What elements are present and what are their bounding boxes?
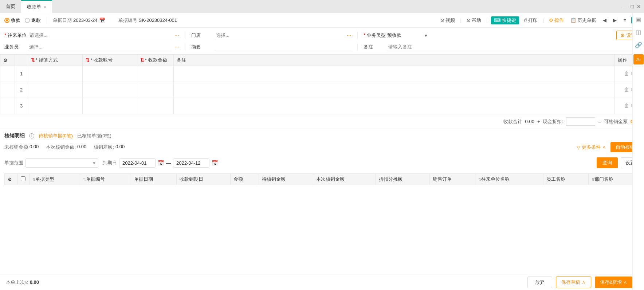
discount-label: 现金折扣:: [543, 118, 563, 125]
date-range: 📅 — 📅: [119, 158, 218, 168]
row-2-settle[interactable]: [28, 82, 83, 98]
list-view-btn[interactable]: ≡: [622, 17, 628, 24]
range-label: 单据范围: [4, 160, 23, 166]
radio-receive[interactable]: 收款: [4, 17, 20, 24]
operations-btn[interactable]: ⚙ 操作: [547, 16, 565, 24]
row-3-remark[interactable]: [174, 98, 615, 114]
data-table: ⚙ ⇅* 结算方式 ⇅* 收款账号 ⇅* 收款金额 备注 操作: [0, 54, 644, 114]
ai-label: Ai: [636, 57, 641, 62]
vt-col-staff: 员工名称: [543, 174, 589, 185]
radio-receive-dot: [4, 18, 9, 23]
right-panel-icon-1[interactable]: ▣: [636, 16, 641, 23]
row-1-settle[interactable]: [28, 66, 83, 82]
vt-select-all-checkbox[interactable]: [21, 176, 25, 181]
tab-close-icon[interactable]: ×: [44, 5, 46, 9]
prev-btn[interactable]: ◀: [601, 17, 608, 24]
query-btn[interactable]: 查询: [597, 157, 618, 168]
vt-col-pending: 待核销金额: [259, 174, 313, 185]
help-icon: ⊙: [467, 17, 471, 23]
operations-icon: ⚙: [549, 17, 553, 23]
abandon-btn[interactable]: 放弃: [527, 277, 552, 288]
counterpart-more-icon[interactable]: ···: [174, 32, 179, 39]
maximize-icon[interactable]: □: [631, 4, 634, 9]
col-num-header: [15, 55, 28, 66]
row-1-amount[interactable]: [137, 66, 174, 82]
row-1-delete-icon[interactable]: 🗑: [624, 71, 629, 77]
row-2-amount[interactable]: [137, 82, 174, 98]
due-date-start-input[interactable]: [119, 158, 156, 168]
minimize-icon[interactable]: —: [623, 4, 628, 9]
counterpart-input[interactable]: [28, 31, 172, 39]
row-3-account[interactable]: [83, 98, 137, 114]
staff-more-icon[interactable]: ···: [174, 44, 179, 50]
shortcut-btn[interactable]: ⌨ 快捷键: [491, 16, 519, 24]
verify-amount-label: 可核销金额: [604, 118, 628, 125]
help-btn[interactable]: ⊙ 帮助: [465, 16, 483, 24]
shop-more-icon[interactable]: ···: [347, 32, 352, 39]
query-filter-row: 单据范围 到期日 📅 — 📅 查询 设置: [4, 155, 640, 171]
row-2-delete-icon[interactable]: 🗑: [624, 87, 629, 93]
staff-field: 业务员 ···: [4, 43, 179, 51]
tab-current[interactable]: 收款单 ×: [21, 0, 52, 13]
verify-section: 核销明细 i 待核销单据(0笔) 已核销单据(0笔) 未核销金额 0.00 本次…: [0, 129, 644, 290]
save-new-btn[interactable]: 保存&新增 ∧: [595, 277, 632, 288]
verify-info-icon[interactable]: i: [29, 133, 34, 138]
vt-col-settings[interactable]: ⚙: [5, 174, 18, 185]
toolbar-right: ⊙ 视频 | ⊙ 帮助 | ⌨ 快捷键 ⎙ 打印 | ⚙ 操作: [439, 16, 640, 24]
print-btn[interactable]: ⎙ 打印: [523, 16, 539, 24]
vt-date-label: 单据日期: [134, 176, 153, 182]
tab-bar: 首页 收款单 × — □ ✕: [0, 0, 644, 13]
shop-input[interactable]: [215, 31, 344, 39]
done-tab[interactable]: 已核销单据(0笔): [77, 133, 111, 139]
next-btn[interactable]: ▶: [612, 17, 618, 24]
col-settings-header[interactable]: ⚙: [0, 55, 15, 66]
row-1-remark[interactable]: [174, 66, 615, 82]
settings-icon: ⚙: [3, 58, 8, 63]
row-3-settle[interactable]: [28, 98, 83, 114]
history-btn[interactable]: 📋 历史单据: [569, 16, 598, 24]
range-select[interactable]: [25, 158, 98, 168]
vt-col-type: ⇅单据类型: [30, 174, 80, 185]
due-date-start-cal-icon[interactable]: 📅: [158, 160, 164, 166]
vt-num-label: 单据编号: [86, 176, 105, 182]
discount-input[interactable]: [566, 117, 595, 126]
unchecked-stat: 未核销金额 0.00: [4, 144, 39, 150]
row-3-delete-icon[interactable]: 🗑: [624, 103, 629, 109]
due-date-end-cal-icon[interactable]: 📅: [212, 160, 218, 166]
num-field: 单据编号 SK-20230324-001: [118, 17, 177, 24]
summary-input[interactable]: [215, 43, 352, 51]
row-1-settings: [0, 66, 15, 82]
right-panel-link-icon[interactable]: 🔗: [635, 42, 642, 48]
tab-bar-right: — □ ✕: [623, 4, 644, 9]
vt-sales-label: 销售订单: [433, 176, 452, 182]
history-label: 历史单据: [577, 17, 596, 24]
tab-home[interactable]: 首页: [0, 0, 21, 13]
staff-input[interactable]: [28, 43, 172, 51]
row-1-account[interactable]: [83, 66, 137, 82]
right-panel-ai-icon[interactable]: Ai: [633, 54, 644, 64]
shortcut-icon: ⌨: [494, 17, 501, 23]
due-date-end-input[interactable]: [173, 158, 209, 168]
summary-row: 收款合计 0.00 + 现金折扣: = 可核销金额 0.00: [0, 114, 644, 129]
vt-col-current: 本次核销金额: [313, 174, 376, 185]
video-btn[interactable]: ⊙ 视频: [439, 16, 456, 24]
radio-refund[interactable]: 退款: [25, 17, 41, 24]
form-sep-2: [357, 32, 358, 39]
pending-tab[interactable]: 待核销单据(0笔): [39, 133, 73, 139]
more-conditions-btn[interactable]: ▽ 更多条件 ∧: [577, 144, 606, 150]
radio-refund-dot: [25, 18, 30, 23]
row-2-remark[interactable]: [174, 82, 615, 98]
bottom-label: 本单上次⊙: [6, 279, 28, 285]
form-sep-3: [185, 43, 185, 51]
right-panel-icon-2[interactable]: ◫: [636, 29, 641, 36]
save-draft-btn[interactable]: 保存草稿 ∧: [556, 277, 591, 288]
vt-col-dept: ⇅部门名称: [589, 174, 640, 185]
num-label: 单据编号: [118, 17, 137, 24]
notes-input[interactable]: [387, 43, 640, 51]
business-type-dropdown-icon[interactable]: ▾: [425, 33, 427, 38]
calendar-icon[interactable]: 📅: [99, 17, 105, 23]
row-3-amount[interactable]: [137, 98, 174, 114]
row-2-account[interactable]: [83, 82, 137, 98]
verify-title: 核销明细: [4, 133, 25, 139]
close-window-icon[interactable]: ✕: [637, 4, 641, 9]
